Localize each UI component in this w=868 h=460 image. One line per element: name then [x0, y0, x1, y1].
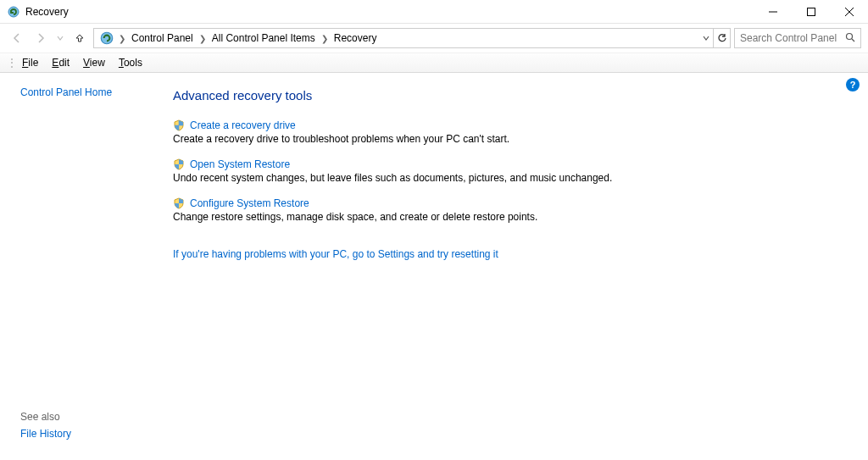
svg-point-6 [847, 33, 853, 39]
help-icon[interactable]: ? [846, 78, 860, 91]
search-icon[interactable] [845, 32, 855, 45]
refresh-button[interactable] [713, 29, 730, 47]
search-box[interactable] [734, 28, 861, 48]
page-heading: Advanced recovery tools [173, 88, 843, 103]
svg-line-7 [852, 39, 854, 42]
breadcrumb-control-panel[interactable]: Control Panel [128, 30, 197, 46]
search-input[interactable] [740, 32, 842, 44]
maximize-button[interactable] [792, 0, 830, 24]
address-dropdown-button[interactable] [699, 35, 713, 42]
tool-desc: Undo recent system changes, but leave fi… [173, 172, 843, 184]
breadcrumb-recovery[interactable]: Recovery [331, 30, 381, 46]
reset-pc-settings-link[interactable]: If you're having problems with your PC, … [173, 248, 498, 260]
shield-icon [173, 119, 185, 131]
sidebar: Control Panel Home See also File History [0, 73, 161, 460]
menu-view[interactable]: View [76, 55, 112, 70]
up-button[interactable] [70, 28, 90, 48]
svg-point-0 [8, 7, 19, 17]
create-recovery-drive-link[interactable]: Create a recovery drive [190, 119, 296, 131]
menu-file[interactable]: File [15, 55, 45, 70]
tool-desc: Change restore settings, manage disk spa… [173, 211, 843, 223]
chevron-right-icon[interactable]: ❯ [116, 34, 128, 43]
main-panel: ? Advanced recovery tools Create a recov… [161, 73, 868, 460]
file-history-link[interactable]: File History [20, 428, 154, 440]
control-panel-home-link[interactable]: Control Panel Home [20, 86, 112, 98]
chevron-right-icon[interactable]: ❯ [197, 34, 209, 43]
tool-create-recovery-drive: Create a recovery drive Create a recover… [173, 119, 843, 145]
shield-icon [173, 197, 185, 209]
configure-system-restore-link[interactable]: Configure System Restore [190, 197, 309, 209]
menu-tools[interactable]: Tools [112, 55, 149, 70]
menubar: ⋮ File Edit View Tools [0, 53, 868, 73]
svg-rect-2 [807, 8, 815, 15]
tool-desc: Create a recovery drive to troubleshoot … [173, 133, 843, 145]
titlebar: Recovery [0, 0, 868, 24]
shield-icon [173, 158, 185, 170]
recent-locations-button[interactable] [54, 28, 66, 48]
chevron-right-icon[interactable]: ❯ [319, 34, 331, 43]
breadcrumb-all-items[interactable]: All Control Panel Items [209, 30, 319, 46]
svg-point-5 [101, 32, 113, 44]
recovery-app-icon [7, 5, 20, 19]
see-also-label: See also [20, 411, 154, 423]
control-panel-icon [99, 30, 114, 46]
tool-open-system-restore: Open System Restore Undo recent system c… [173, 158, 843, 184]
close-button[interactable] [830, 0, 868, 24]
content-area: Control Panel Home See also File History… [0, 73, 868, 460]
menubar-grip: ⋮ [7, 57, 12, 69]
window-controls [754, 0, 868, 24]
address-bar[interactable]: ❯ Control Panel ❯ All Control Panel Item… [93, 28, 731, 48]
tool-configure-system-restore: Configure System Restore Change restore … [173, 197, 843, 223]
back-button[interactable] [7, 28, 27, 48]
forward-button[interactable] [31, 28, 51, 48]
navbar: ❯ Control Panel ❯ All Control Panel Item… [0, 24, 868, 53]
open-system-restore-link[interactable]: Open System Restore [190, 158, 290, 170]
minimize-button[interactable] [754, 0, 792, 24]
window-title: Recovery [25, 6, 69, 18]
menu-edit[interactable]: Edit [45, 55, 76, 70]
